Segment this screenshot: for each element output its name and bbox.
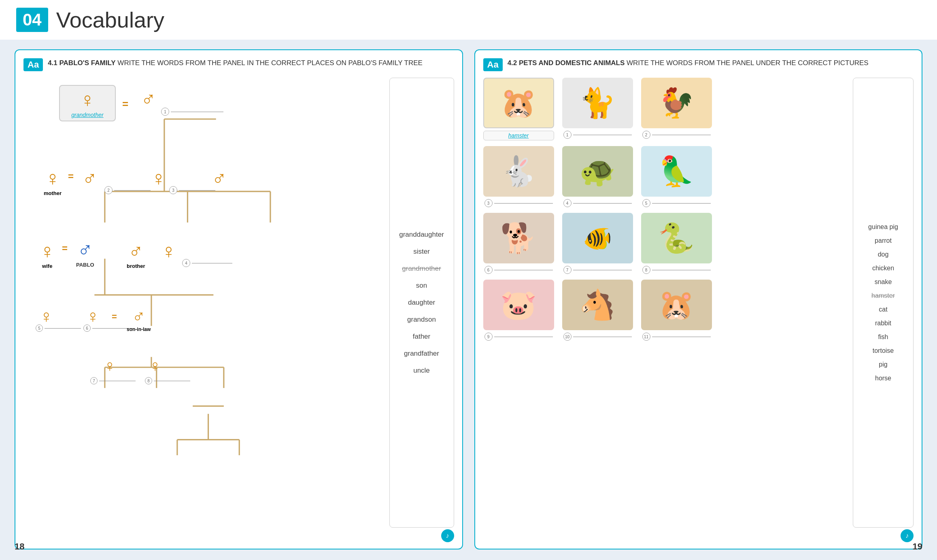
chicken-answer-row: 2 — [642, 131, 711, 139]
animals-row-4: 🐷 9 🐴 10 — [483, 280, 847, 341]
word-panel-1: granddaughter sister grandmother son dau… — [389, 78, 454, 528]
number-4: 4 — [182, 259, 190, 267]
brother-label: brother — [127, 263, 145, 269]
word-sister: sister — [413, 248, 430, 256]
word-hamster: hamster — [871, 292, 895, 299]
snake-number: 8 — [642, 266, 650, 274]
rabbit-fill-line — [494, 203, 553, 204]
animal-guinea-pig: 🐹 11 — [641, 280, 712, 341]
wife-person: ♀ wife — [40, 240, 55, 269]
fill-line-2-row: 2 — [104, 186, 151, 194]
pig-fill-line — [494, 337, 553, 337]
chicken-number: 2 — [642, 131, 650, 139]
snake-answer-row: 8 — [642, 266, 711, 274]
pig-number: 9 — [484, 333, 493, 341]
grandmother-box: ♀ grandmother — [59, 85, 116, 121]
number-1: 1 — [161, 108, 169, 116]
exercise-2-panel: Aa 4.2 PETS AND DOMESTIC ANIMALS WRITE T… — [474, 49, 923, 549]
son-in-law-label: son-in-law — [127, 327, 151, 332]
child2-person: ♀ — [86, 306, 100, 327]
exercise-2-badge: Aa — [483, 58, 503, 71]
word-tortoise: tortoise — [873, 347, 894, 354]
parrot-image: 🦜 — [641, 146, 712, 197]
fill-line-1-row: 1 — [161, 108, 223, 116]
number-7: 7 — [90, 377, 98, 384]
word-daughter: daughter — [408, 299, 435, 307]
chicken-image: 🐓 — [641, 78, 712, 128]
mother-person: ♀ mother — [44, 167, 62, 196]
mother-icon: ♀ — [44, 167, 62, 190]
fish-number: 7 — [563, 266, 572, 274]
animal-hamster: 🐹 hamster — [483, 78, 554, 140]
guinea-pig-answer-row: 11 — [642, 333, 711, 341]
dog-number: 6 — [484, 266, 493, 274]
child2-icon: ♀ — [86, 306, 100, 327]
number-2: 2 — [104, 186, 113, 194]
tortoise-image: 🐢 — [562, 146, 633, 197]
fish-fill-line — [573, 270, 632, 270]
dog-image: 🐕 — [483, 213, 554, 263]
word-fish: fish — [878, 333, 888, 341]
family-tree-container: ♀ grandmother ♂ 1 = ♀ mother — [23, 78, 454, 528]
parrot-number: 5 — [642, 199, 650, 207]
animal-rabbit: 🐇 3 — [483, 146, 554, 207]
cat-image: 🐈 — [562, 78, 633, 128]
sister-person: ♀ — [161, 240, 176, 263]
horse-image: 🐴 — [562, 280, 633, 330]
animals-layout: 🐹 hamster 🐈 1 🐓 — [483, 78, 914, 528]
son-in-law-icon: ♂ — [127, 306, 151, 327]
word-dog: dog — [878, 251, 889, 258]
sound-icon-2[interactable] — [901, 529, 914, 542]
number-5: 5 — [36, 325, 43, 332]
fill-line-3 — [179, 190, 215, 191]
exercise-2-instruction: 4.2 PETS AND DOMESTIC ANIMALS WRITE THE … — [508, 58, 869, 68]
tortoise-answer-row: 4 — [563, 199, 632, 207]
person-gen2-mid-icon: ♀ — [151, 167, 166, 190]
rabbit-answer-row: 3 — [484, 199, 553, 207]
fill-line-1 — [171, 112, 223, 112]
animal-snake: 🐍 8 — [641, 213, 712, 274]
main-content: Aa 4.1 PABLO'S FAMILY WRITE THE WORDS FR… — [0, 40, 937, 559]
grandchild2-person: ♀ — [149, 357, 161, 375]
tortoise-number: 4 — [563, 199, 572, 207]
cat-fill-line — [573, 135, 632, 135]
word-grandfather: grandfather — [404, 350, 439, 358]
word-horse: horse — [875, 375, 891, 382]
fill-line-5 — [45, 328, 81, 329]
rabbit-number: 3 — [484, 199, 493, 207]
fill-line-2 — [114, 190, 151, 191]
fill-line-7 — [99, 381, 136, 381]
grandmother-icon: ♀ — [66, 88, 109, 112]
sound-icon-1[interactable] — [441, 529, 454, 542]
rabbit-image: 🐇 — [483, 146, 554, 197]
parrot-answer-row: 5 — [642, 199, 711, 207]
hamster-image: 🐹 — [483, 78, 554, 128]
word-pig: pig — [879, 361, 887, 368]
brother-icon: ♂ — [127, 240, 145, 263]
exercise-1-header: Aa 4.1 PABLO'S FAMILY WRITE THE WORDS FR… — [23, 58, 454, 71]
grandfather-person: ♂ — [141, 87, 156, 111]
word-rabbit: rabbit — [875, 320, 891, 327]
exercise-1-number: 4.1 PABLO'S FAMILY — [48, 59, 116, 67]
father-icon: ♂ — [82, 167, 98, 190]
fill-line-7-row: 7 — [90, 377, 136, 384]
guinea-pig-image: 🐹 — [641, 280, 712, 330]
pablo-icon: ♂ — [76, 238, 94, 262]
animal-chicken: 🐓 2 — [641, 78, 712, 140]
person-gen2-right: ♂ — [212, 167, 227, 190]
fill-line-6-row: 6 — [83, 325, 133, 332]
animal-horse: 🐴 10 — [562, 280, 633, 341]
equals-wife-pablo: = — [62, 243, 68, 254]
cat-answer-row: 1 — [563, 131, 632, 139]
father-person: ♂ — [82, 167, 98, 190]
animal-cat: 🐈 1 — [562, 78, 633, 140]
cat-number: 1 — [563, 131, 572, 139]
guinea-pig-fill-line — [652, 337, 711, 337]
exercise-1-panel: Aa 4.1 PABLO'S FAMILY WRITE THE WORDS FR… — [15, 49, 463, 549]
equals-child2-couple: = — [112, 312, 117, 322]
fill-line-4-row: 4 — [182, 259, 232, 267]
pig-answer-row: 9 — [484, 333, 553, 341]
animal-pig: 🐷 9 — [483, 280, 554, 341]
grandfather-icon: ♂ — [141, 87, 156, 111]
person-gen2-right-icon: ♂ — [212, 167, 227, 190]
